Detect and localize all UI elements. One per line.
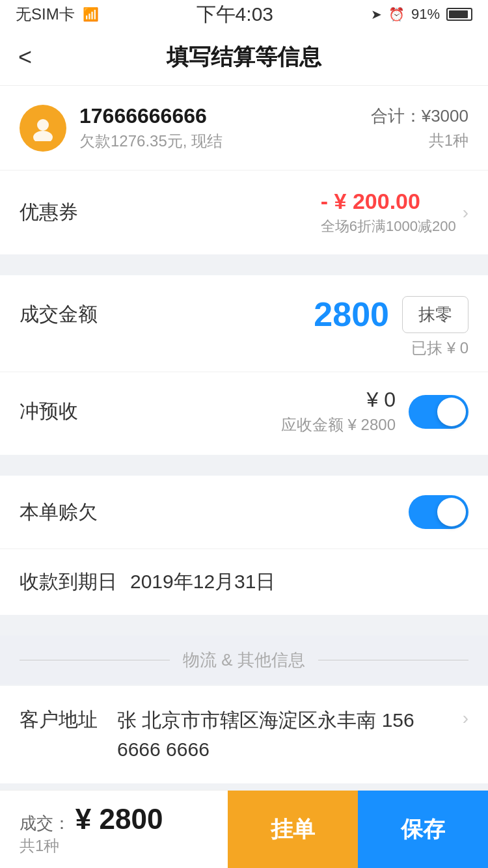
save-button[interactable]: 保存 <box>358 791 488 869</box>
prepay-amount-block: ¥ 0 应收金额 ¥ 2800 <box>281 388 396 435</box>
amount-value: 2800 <box>314 295 389 334</box>
debt-section: 本单赊欠 收款到期日 2019年12月31日 <box>0 476 488 615</box>
coupon-label: 优惠券 <box>20 199 78 226</box>
coupon-row[interactable]: 优惠券 - ¥ 200.00 全场6折满1000减200 › <box>0 170 488 254</box>
prepay-amount: ¥ 0 <box>281 388 396 412</box>
footer-count: 共1种 <box>20 835 208 856</box>
battery-percent: 91% <box>411 6 440 23</box>
customer-info: 17666666666 欠款1276.35元, 现结 <box>79 104 223 152</box>
status-right: ➤ ⏰ 91% <box>371 6 472 23</box>
prepay-right: ¥ 0 应收金额 ¥ 2800 <box>281 388 468 435</box>
customer-row: 17666666666 欠款1276.35元, 现结 合计：¥3000 共1种 <box>0 86 488 170</box>
battery-icon <box>446 8 472 21</box>
toggle-knob <box>437 398 466 426</box>
customer-left: 17666666666 欠款1276.35元, 现结 <box>20 104 223 152</box>
hold-order-button[interactable]: 挂单 <box>228 791 358 869</box>
svg-point-1 <box>33 131 53 141</box>
divider-line-right <box>318 660 468 660</box>
debt-label: 本单赊欠 <box>20 499 98 526</box>
coupon-detail: 全场6折满1000减200 <box>321 217 456 236</box>
footer-info: 成交： ¥ 2800 共1种 <box>0 803 228 856</box>
due-date-row: 收款到期日 2019年12月31日 <box>0 549 488 615</box>
prepay-receivable: 应收金额 ¥ 2800 <box>281 414 396 435</box>
wifi-icon: 📶 <box>83 7 99 22</box>
footer-amount: ¥ 2800 <box>75 803 163 835</box>
page-title: 填写结算等信息 <box>167 42 321 72</box>
address-chevron-icon: › <box>463 708 468 729</box>
customer-right: 合计：¥3000 共1种 <box>371 105 468 151</box>
amount-section: 成交金额 2800 抹零 已抹 ¥ 0 <box>0 275 488 372</box>
divider-line-left <box>20 660 170 660</box>
coupon-amount: - ¥ 200.00 <box>321 189 456 214</box>
customer-phone: 17666666666 <box>79 104 223 128</box>
coupon-info: - ¥ 200.00 全场6折满1000减200 <box>321 189 456 236</box>
debt-row: 本单赊欠 <box>0 476 488 549</box>
amount-right: 2800 抹零 <box>314 295 468 334</box>
address-section: 客户地址 张 北京市市辖区海淀区永丰南 156 6666 6666 › <box>0 686 488 783</box>
divider-text: 物流 & 其他信息 <box>183 649 305 671</box>
svg-point-0 <box>37 119 49 131</box>
coupon-right: - ¥ 200.00 全场6折满1000减200 › <box>321 189 468 236</box>
debt-toggle-knob <box>437 498 466 526</box>
address-row[interactable]: 客户地址 张 北京市市辖区海淀区永丰南 156 6666 6666 › <box>0 686 488 783</box>
customer-debt: 欠款1276.35元, 现结 <box>79 131 223 152</box>
status-bar: 无SIM卡 📶 下午4:03 ➤ ⏰ 91% <box>0 0 488 29</box>
amount-sub: 已抹 ¥ 0 <box>20 338 468 359</box>
amount-label: 成交金额 <box>20 301 98 328</box>
status-left: 无SIM卡 📶 <box>16 4 99 25</box>
prepay-toggle[interactable] <box>409 395 468 429</box>
round-zero-button[interactable]: 抹零 <box>402 296 468 333</box>
address-content: 张 北京市市辖区海淀区永丰南 156 6666 6666 <box>117 705 452 764</box>
prepay-row: 冲预收 ¥ 0 应收金额 ¥ 2800 <box>0 372 488 455</box>
alarm-icon: ⏰ <box>388 7 405 22</box>
footer-bar: 成交： ¥ 2800 共1种 挂单 保存 <box>0 790 488 868</box>
address-label: 客户地址 <box>20 707 98 733</box>
avatar <box>20 105 66 152</box>
logistics-divider: 物流 & 其他信息 <box>0 636 488 685</box>
customer-section: 17666666666 欠款1276.35元, 现结 合计：¥3000 共1种 … <box>0 86 488 254</box>
footer-transaction-row: 成交： ¥ 2800 <box>20 803 208 835</box>
coupon-chevron-icon: › <box>463 202 468 223</box>
total-count: 共1种 <box>371 130 468 151</box>
debt-toggle[interactable] <box>409 495 468 529</box>
back-button[interactable]: < <box>18 44 32 71</box>
due-date-label: 收款到期日 <box>20 569 117 595</box>
total-label: 合计：¥3000 <box>371 105 468 128</box>
transaction-section: 成交金额 2800 抹零 已抹 ¥ 0 冲预收 ¥ 0 应收金额 ¥ 2800 <box>0 275 488 455</box>
page-header: < 填写结算等信息 <box>0 29 488 86</box>
status-time: 下午4:03 <box>197 1 273 28</box>
location-icon: ➤ <box>371 7 382 22</box>
prepay-label: 冲预收 <box>20 398 78 425</box>
carrier-text: 无SIM卡 <box>16 4 75 25</box>
amount-row: 成交金额 2800 抹零 <box>20 295 468 334</box>
due-date-value: 2019年12月31日 <box>130 569 275 595</box>
footer-label: 成交： <box>20 813 70 833</box>
